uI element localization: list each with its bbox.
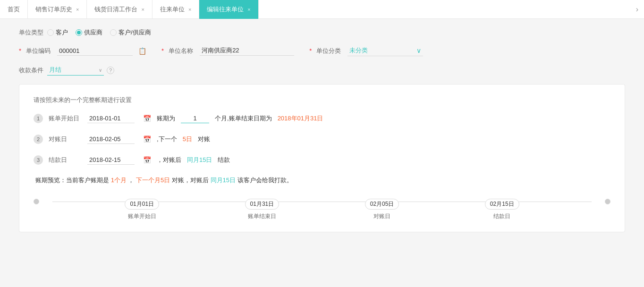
- payment-terms-label: 收款条件: [19, 66, 43, 75]
- radio-customer-circle: [47, 29, 54, 36]
- unit-type-radio-group: 客户 供应商 客户/供应商: [47, 28, 151, 37]
- step-2-row: 2 对账日 📅 ,下一个 5日 对账: [34, 135, 610, 144]
- step-2-prefix: ,下一个: [157, 135, 177, 144]
- step-2-number: 2: [34, 135, 43, 144]
- unit-code-input[interactable]: [57, 46, 133, 56]
- step-1-period-input[interactable]: [181, 114, 209, 123]
- unit-code-label: 单位编码: [26, 47, 51, 55]
- step-1-row: 1 账单开始日 📅 账期为 个月,账单结束日期为 2018年01月31日: [34, 114, 610, 123]
- step-1-calendar-icon[interactable]: 📅: [143, 115, 151, 122]
- main-content: 单位类型 客户 供应商 客户/供应商 * 单位编码 📋 * 单位名称: [0, 19, 644, 287]
- close-sales-history-tab[interactable]: ×: [76, 7, 79, 12]
- unit-category-star: *: [309, 47, 312, 54]
- payment-terms-value: 月结: [49, 66, 97, 74]
- timeline-items: 01月01日 账单开始日 01月31日 账单结束日 02月05日 对账日 02月…: [34, 199, 610, 220]
- timeline-label-4: 结款日: [493, 212, 510, 220]
- radio-both-label: 客户/供应商: [119, 28, 151, 37]
- unit-category-select[interactable]: 未分类 ∨: [347, 45, 423, 56]
- unit-category-dropdown-icon: ∨: [416, 47, 421, 54]
- payment-terms-row: 收款条件 月结 ∨ ?: [19, 65, 625, 76]
- help-icon[interactable]: ?: [107, 67, 114, 74]
- timeline-label-1: 账单开始日: [128, 212, 156, 220]
- step-1-number: 1: [34, 114, 43, 123]
- unit-code-group: * 单位编码 📋: [19, 46, 146, 56]
- close-cashwork-tab[interactable]: ×: [141, 7, 144, 12]
- payment-terms-select[interactable]: 月结 ∨: [47, 65, 104, 76]
- timeline-label-3: 对账日: [373, 212, 390, 220]
- timeline-node-2: 01月31日: [245, 199, 280, 210]
- step-2-label: 对账日: [49, 135, 82, 144]
- radio-supplier-label: 供应商: [84, 28, 102, 37]
- tab-home[interactable]: 首页: [0, 0, 28, 19]
- step-3-suffix: 结款: [218, 156, 230, 164]
- step-1-suffix: 个月,账单结束日期为: [215, 114, 272, 123]
- close-partners-tab[interactable]: ×: [188, 7, 191, 12]
- payment-terms-dropdown-icon: ∨: [99, 68, 102, 73]
- timeline-node-1: 01月01日: [125, 199, 159, 210]
- step-2-suffix: 对账: [198, 135, 210, 144]
- card-title: 请按照未来的一个完整帐期进行设置: [34, 96, 610, 104]
- tab-sales-history[interactable]: 销售订单历史 ×: [28, 0, 87, 19]
- tab-edit-partner[interactable]: 编辑往来单位 ×: [199, 0, 258, 19]
- timeline: 01月01日 账单开始日 01月31日 账单结束日 02月05日 对账日 02月…: [34, 194, 610, 220]
- step-1-mid-text: 账期为: [157, 114, 175, 123]
- preview-section: 账期预览：当前客户账期是 1个月 ， 下一个月5日 对账，对账后 同月15日 该…: [34, 176, 610, 185]
- unit-type-label: 单位类型: [19, 28, 43, 37]
- preview-reconcile-date: 下一个月5日: [136, 177, 170, 184]
- preview-label: 账期预览：当前客户账期是: [35, 177, 109, 184]
- tabs-more-button[interactable]: ›: [630, 5, 644, 14]
- unit-name-group: * 单位名称: [161, 46, 294, 56]
- radio-supplier-circle: [76, 29, 82, 36]
- step-3-label: 结款日: [49, 156, 82, 164]
- step-3-calendar-icon[interactable]: 📅: [143, 156, 151, 164]
- step-3-row: 3 结款日 📅 ，对账后 同月15日 结款: [34, 155, 610, 165]
- preview-suffix: 该客户会给我打款。: [237, 177, 293, 184]
- unit-name-input[interactable]: [200, 46, 294, 56]
- step-1-date-input[interactable]: [87, 114, 135, 123]
- preview-sep1: ，: [128, 177, 134, 184]
- timeline-start-dot: [34, 199, 39, 204]
- timeline-label-2: 账单结束日: [248, 212, 276, 220]
- unit-name-star: *: [161, 47, 164, 54]
- unit-category-label: 单位分类: [316, 47, 341, 55]
- step-2-calendar-icon[interactable]: 📅: [143, 135, 151, 143]
- radio-customer-label: 客户: [56, 28, 68, 37]
- unit-code-star: *: [19, 47, 21, 54]
- step-1-end-date: 2018年01月31日: [278, 114, 323, 123]
- unit-name-label: 单位名称: [169, 47, 193, 55]
- radio-both[interactable]: 客户/供应商: [110, 28, 151, 37]
- step-2-date-input[interactable]: [87, 135, 135, 144]
- period-settings-card: 请按照未来的一个完整帐期进行设置 1 账单开始日 📅 账期为 个月,账单结束日期…: [19, 84, 625, 232]
- unit-category-value: 未分类: [349, 46, 416, 55]
- preview-period: 1个月: [111, 177, 127, 184]
- step-1-label: 账单开始日: [49, 114, 82, 123]
- step-2-highlight: 5日: [183, 135, 192, 144]
- timeline-node-3: 02月05日: [365, 199, 399, 210]
- radio-customer[interactable]: 客户: [47, 28, 68, 37]
- tabs-bar: 首页 销售订单历史 × 钱货日清工作台 × 往来单位 × 编辑往来单位 × ›: [0, 0, 644, 19]
- step-3-date-input[interactable]: [87, 155, 135, 165]
- tab-cashwork[interactable]: 钱货日清工作台 ×: [87, 0, 152, 19]
- timeline-item-1: 01月01日 账单开始日: [125, 199, 159, 220]
- close-edit-partner-tab[interactable]: ×: [247, 7, 250, 12]
- timeline-item-2: 01月31日 账单结束日: [245, 199, 280, 220]
- unit-fields-row: * 单位编码 📋 * 单位名称 * 单位分类 未分类 ∨: [19, 45, 625, 56]
- timeline-end-dot: [605, 199, 610, 204]
- timeline-item-3: 02月05日 对账日: [365, 199, 399, 220]
- timeline-node-4: 02月15日: [485, 199, 519, 210]
- unit-code-icon[interactable]: 📋: [138, 47, 146, 55]
- radio-supplier[interactable]: 供应商: [76, 28, 102, 37]
- timeline-item-4: 02月15日 结款日: [485, 199, 519, 220]
- preview-sep2: 对账，对账后: [172, 177, 209, 184]
- unit-type-row: 单位类型 客户 供应商 客户/供应商: [19, 28, 625, 37]
- step-3-number: 3: [34, 155, 43, 165]
- step-3-highlight: 同月15日: [187, 156, 212, 164]
- unit-category-group: * 单位分类 未分类 ∨: [309, 45, 423, 56]
- radio-both-circle: [110, 29, 117, 36]
- step-3-prefix: ，对账后: [157, 156, 181, 164]
- preview-payment-date: 同月15日: [211, 177, 236, 184]
- tab-partners[interactable]: 往来单位 ×: [153, 0, 199, 19]
